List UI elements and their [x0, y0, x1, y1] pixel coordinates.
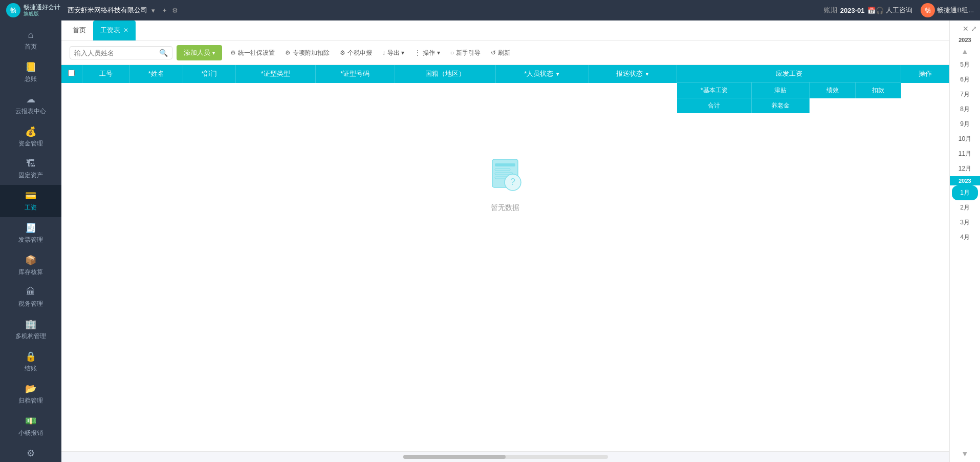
month-item-2022-09[interactable]: 9月	[950, 117, 980, 132]
th-allowance: 津贴	[751, 83, 809, 98]
panel-down-arrow[interactable]: ▼	[960, 448, 971, 460]
add-dropdown-arrow: ▾	[212, 50, 215, 56]
service-button[interactable]: 🎧 人工咨询	[876, 6, 912, 15]
settings-icon[interactable]: ⚙	[172, 7, 178, 14]
user-avatar: 畅	[921, 3, 935, 17]
scroll-thumb[interactable]	[403, 455, 506, 459]
operate-label: 操作 ▾	[423, 49, 440, 57]
content-area: 首页工资表✕ 🔍 添加人员 ▾ ⚙统一社保设置⚙专项附加扣除⚙个税申报↓导出 ▾…	[61, 20, 949, 462]
table-body: ? 暂无数据	[61, 113, 949, 254]
sidebar-item-settings[interactable]: ⚙基础设置	[0, 443, 61, 462]
month-item-2023-02[interactable]: 2月	[950, 200, 980, 215]
sidebar-item-close[interactable]: 🔒结账	[0, 346, 61, 378]
th-dept: *部门	[183, 65, 236, 83]
toolbar-actions: ⚙统一社保设置⚙专项附加扣除⚙个税申报↓导出 ▾⋮操作 ▾○新手引导↺刷新	[226, 47, 941, 59]
sidebar-label-cloud-report: 云报表中心	[15, 107, 46, 116]
sidebar-label-multi-org: 多机构管理	[15, 332, 46, 341]
data-table: 工号 *姓名 *部门 *证型类型 *证型号码 国籍（地区） *人员状态 ▼ 报送…	[61, 65, 949, 254]
sidebar-item-salary[interactable]: 💳工资	[0, 185, 61, 217]
tab-label-salary-tab: 工资表	[100, 26, 120, 35]
sidebar-item-home[interactable]: ⌂首页	[0, 25, 61, 56]
panel-year-header: 2023	[959, 35, 971, 45]
toolbar-social-security[interactable]: ⚙统一社保设置	[226, 47, 279, 59]
toolbar-export[interactable]: ↓导出 ▾	[378, 47, 408, 59]
month-list: 5月6月7月8月9月10月11月12月20231月2月3月4月	[950, 57, 980, 448]
th-total: 合计	[677, 98, 752, 114]
search-input[interactable]	[74, 49, 156, 57]
fixed-assets-icon: 🏗	[26, 158, 35, 169]
sidebar-item-multi-org[interactable]: 🏢多机构管理	[0, 313, 61, 346]
search-icon: 🔍	[159, 49, 168, 57]
sidebar-item-fund[interactable]: 💰资金管理	[0, 121, 61, 153]
empty-state: ? 暂无数据	[61, 113, 949, 254]
add-person-button[interactable]: 添加人员 ▾	[177, 45, 222, 60]
month-item-2023-01[interactable]: 1月	[952, 185, 978, 200]
month-item-2023-04[interactable]: 4月	[950, 230, 980, 245]
th-salary-group: 应发工资	[677, 65, 901, 83]
company-dropdown-icon[interactable]: ▾	[151, 7, 155, 14]
refresh-label: 刷新	[498, 49, 510, 57]
tabs-bar: 首页工资表✕	[61, 20, 949, 41]
month-item-2022-08[interactable]: 8月	[950, 102, 980, 117]
operate-icon: ⋮	[415, 49, 421, 56]
add-company-icon[interactable]: ＋	[161, 6, 168, 15]
toolbar-operate[interactable]: ⋮操作 ▾	[410, 47, 444, 59]
company-selector[interactable]: 西安虾米网络科技有限公司 ▾ ＋ ⚙	[68, 6, 814, 15]
ledger-icon: 📒	[25, 61, 36, 73]
svg-text:?: ?	[510, 177, 515, 187]
select-all-checkbox[interactable]	[68, 70, 75, 76]
month-item-2022-06[interactable]: 6月	[950, 72, 980, 87]
month-item-2022-11[interactable]: 11月	[950, 146, 980, 161]
sidebar-item-tax[interactable]: 🏛税务管理	[0, 282, 61, 313]
month-item-2022-12[interactable]: 12月	[950, 161, 980, 176]
th-id-no: *证型号码	[315, 65, 395, 83]
sidebar-item-cloud-report[interactable]: ☁云报表中心	[0, 89, 61, 121]
toolbar-new-guide[interactable]: ○新手引导	[446, 47, 485, 59]
th-report-status: 报送状态 ▼	[589, 65, 677, 83]
sidebar-label-tax: 税务管理	[18, 300, 43, 308]
period-selector[interactable]: 账期 2023-01 📅	[824, 6, 876, 15]
sidebar-label-fixed-assets: 固定资产	[18, 171, 43, 180]
settings-icon: ⚙	[27, 448, 35, 459]
special-deduct-label: 专项附加扣除	[293, 49, 330, 57]
year-label-2023: 2023	[950, 176, 980, 185]
sidebar-item-archive[interactable]: 📂归档管理	[0, 378, 61, 410]
logo-text: 畅捷通好会计 旗舰版	[24, 4, 60, 17]
tab-close-salary-tab[interactable]: ✕	[123, 27, 128, 34]
svg-rect-1	[495, 163, 515, 166]
export-icon: ↓	[382, 49, 385, 56]
month-item-2022-10[interactable]: 10月	[950, 132, 980, 146]
empty-icon: ?	[485, 154, 526, 195]
personal-tax-label: 个税申报	[347, 49, 372, 57]
sidebar-label-salary: 工资	[25, 203, 37, 212]
tab-home-tab[interactable]: 首页	[66, 20, 93, 40]
new-guide-label: 新手引导	[456, 49, 481, 57]
expand-panel-button[interactable]: ⤢	[971, 25, 977, 33]
month-item-2022-05[interactable]: 5月	[950, 57, 980, 72]
sidebar-label-fund: 资金管理	[18, 139, 43, 148]
special-deduct-icon: ⚙	[285, 49, 291, 56]
toolbar-special-deduct[interactable]: ⚙专项附加扣除	[281, 47, 334, 59]
sidebar-item-invoice[interactable]: 🧾发票管理	[0, 217, 61, 249]
tab-salary-tab[interactable]: 工资表✕	[93, 20, 136, 40]
empty-text: 暂无数据	[491, 203, 519, 213]
panel-top-buttons: ✕ ⤢	[960, 23, 980, 35]
sidebar-item-ledger[interactable]: 📒总账	[0, 56, 61, 89]
sidebar-item-expense[interactable]: 💵小畅报销	[0, 410, 61, 443]
sidebar-item-fixed-assets[interactable]: 🏗固定资产	[0, 153, 61, 185]
th-no: 工号	[82, 65, 130, 83]
panel-up-arrow[interactable]: ▲	[960, 45, 971, 57]
sidebar-item-inventory[interactable]: 📦库存核算	[0, 249, 61, 282]
month-item-2022-07[interactable]: 7月	[950, 87, 980, 102]
th-spacer3	[61, 98, 677, 114]
user-menu[interactable]: 畅 畅捷通B组...	[921, 3, 974, 17]
scroll-track[interactable]	[403, 455, 608, 459]
toolbar-personal-tax[interactable]: ⚙个税申报	[336, 47, 376, 59]
close-panel-button[interactable]: ✕	[963, 25, 969, 33]
sidebar-label-archive: 归档管理	[18, 396, 43, 405]
month-item-2023-03[interactable]: 3月	[950, 215, 980, 230]
calendar-icon[interactable]: 📅	[867, 7, 876, 14]
toolbar: 🔍 添加人员 ▾ ⚙统一社保设置⚙专项附加扣除⚙个税申报↓导出 ▾⋮操作 ▾○新…	[61, 41, 949, 65]
toolbar-refresh[interactable]: ↺刷新	[487, 47, 514, 59]
personal-tax-icon: ⚙	[340, 49, 345, 56]
